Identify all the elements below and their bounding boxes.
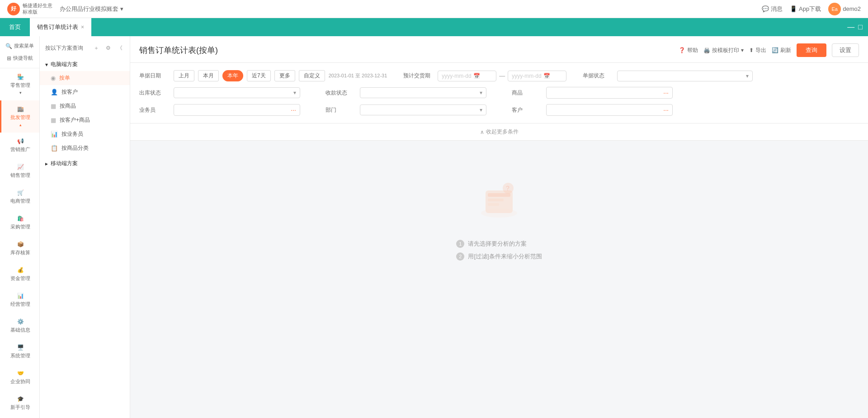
more-date-button[interactable]: 更多 xyxy=(274,70,295,81)
sidebar-item-app-center[interactable]: 📱 应用中心 xyxy=(0,416,39,418)
sidebar-item-ecommerce[interactable]: 🛒 电商管理 xyxy=(0,184,39,210)
tab-sales-order[interactable]: 销售订单统计表 × xyxy=(30,18,91,36)
chevron-down-icon: ▾ xyxy=(746,73,749,79)
sidebar-nav: 🏪 零售管理 ▾ 🏬 批发管理 ▴ 📢 营销推广 📈 销售管理 🛒 电商管理 xyxy=(0,68,39,418)
window-minimize-icon[interactable]: — xyxy=(847,23,854,31)
settings-scheme-button[interactable]: ⚙ xyxy=(104,43,113,52)
message-button[interactable]: 💬 消息 xyxy=(762,5,783,13)
scheme-item-by-product[interactable]: ▦ 按商品 xyxy=(40,99,130,113)
expected-date-to-input[interactable]: yyyy-mm-dd 📅 xyxy=(508,71,566,81)
help-button[interactable]: ❓ 帮助 xyxy=(679,47,698,54)
step-2-number: 2 xyxy=(456,252,464,261)
logo-text: 畅捷通好生意 标准版 xyxy=(23,3,52,14)
product-select[interactable]: ··· xyxy=(546,87,673,99)
calendar-icon: 📅 xyxy=(473,73,480,79)
sidebar-item-operations[interactable]: 📊 经营管理 xyxy=(0,287,39,313)
top-bar-left: 好 畅捷通好生意 标准版 办公用品行业模拟账套 ▾ xyxy=(7,3,127,15)
sidebar-item-basic[interactable]: ⚙️ 基础信息 xyxy=(0,313,39,339)
scheme-item-by-customer[interactable]: 👤 按客户 xyxy=(40,85,130,99)
chevron-down-icon: ▾ xyxy=(741,47,744,53)
collapse-icon: ∧ xyxy=(480,129,484,135)
empty-steps: 1 请先选择要分析的方案 2 用[过滤]条件来缩小分析范围 xyxy=(456,240,542,265)
template-print-button[interactable]: 🖨️ 按模板打印 ▾ xyxy=(703,47,744,54)
order-status-select[interactable]: ▾ xyxy=(617,71,753,81)
last-7-days-button[interactable]: 近7天 xyxy=(247,70,271,81)
current-month-button[interactable]: 本月 xyxy=(198,70,219,81)
export-button[interactable]: ⬆ 导出 xyxy=(749,47,766,54)
filter-row-1: 单据日期 上月 本月 本年 近7天 更多 自定义 2023-01-01 至 20… xyxy=(139,70,859,81)
sidebar-item-finance[interactable]: 💰 资金管理 xyxy=(0,261,39,287)
date-range-text: 2023-01-01 至 2023-12-31 xyxy=(329,72,387,79)
chevron-down-icon: ▾ xyxy=(19,90,22,95)
last-month-button[interactable]: 上月 xyxy=(174,70,194,81)
sidebar-item-newbie[interactable]: 🎓 新手引导 xyxy=(0,390,39,416)
sidebar-item-purchase[interactable]: 🛍️ 采购管理 xyxy=(0,210,39,236)
newbie-icon: 🎓 xyxy=(17,396,24,402)
product-label: 商品 xyxy=(512,89,539,97)
collapse-bar[interactable]: ∧ 收起更多条件 xyxy=(130,124,868,141)
collapse-scheme-button[interactable]: 《 xyxy=(115,43,124,52)
radio-selected-icon: ◉ xyxy=(51,75,56,81)
user-menu[interactable]: Ea demo2 xyxy=(828,3,861,15)
basic-icon: ⚙️ xyxy=(17,318,24,325)
app-selector[interactable]: 办公用品行业模拟账套 ▾ xyxy=(56,5,127,13)
sidebar-item-inventory[interactable]: 📦 库存核算 xyxy=(0,236,39,261)
customer-icon: 👤 xyxy=(51,89,58,95)
retail-icon: 🏪 xyxy=(17,74,24,80)
search-menu-button[interactable]: 🔍 搜索菜单 xyxy=(0,40,39,52)
refresh-button[interactable]: 🔄 刷新 xyxy=(772,47,791,54)
product-icon: ▦ xyxy=(51,103,56,109)
query-button[interactable]: 查询 xyxy=(797,43,826,57)
chevron-down-icon: ▾ xyxy=(293,90,296,96)
tab-home[interactable]: 首页 xyxy=(0,18,30,36)
finance-icon: 💰 xyxy=(17,267,24,273)
content-panel: 按以下方案查询 ＋ ⚙ 《 ▾ 电脑端方案 ◉ 按单 👤 按客户 xyxy=(40,36,868,418)
shortcut-nav-button[interactable]: ⊞ 快捷导航 xyxy=(0,52,39,64)
customer-more-icon[interactable]: ··· xyxy=(663,106,669,114)
add-scheme-button[interactable]: ＋ xyxy=(92,43,101,52)
purchase-icon: 🛍️ xyxy=(17,215,24,222)
sidebar-item-sales[interactable]: 📈 销售管理 xyxy=(0,158,39,184)
top-bar: 好 畅捷通好生意 标准版 办公用品行业模拟账套 ▾ 💬 消息 📱 App下载 E… xyxy=(0,0,868,18)
empty-step-2: 2 用[过滤]条件来缩小分析范围 xyxy=(456,252,542,261)
salesman-select[interactable]: ··· xyxy=(174,104,300,116)
scheme-group-desktop-header[interactable]: ▾ 电脑端方案 xyxy=(40,58,130,71)
salesman-more-icon[interactable]: ··· xyxy=(291,106,296,114)
sidebar-item-enterprise[interactable]: 🤝 企业协同 xyxy=(0,365,39,390)
department-select[interactable]: ▾ xyxy=(360,104,486,115)
sidebar-item-wholesale[interactable]: 🏬 批发管理 ▴ xyxy=(0,100,39,133)
customer-label: 客户 xyxy=(512,106,539,114)
customer-select[interactable]: ··· xyxy=(546,104,673,116)
logo-icon: 好 xyxy=(7,3,20,15)
sidebar-top: 🔍 搜索菜单 ⊞ 快捷导航 xyxy=(0,36,39,68)
export-icon: ⬆ xyxy=(749,47,754,53)
sidebar-item-marketing[interactable]: 📢 营销推广 xyxy=(0,133,39,158)
product-more-icon[interactable]: ··· xyxy=(663,89,669,96)
scheme-group-mobile-header[interactable]: ▸ 移动端方案 xyxy=(40,157,130,170)
sidebar-item-system[interactable]: 🖥️ 系统管理 xyxy=(0,339,39,365)
chevron-down-icon: ▾ xyxy=(45,62,48,68)
custom-date-button[interactable]: 自定义 xyxy=(299,70,325,81)
scheme-item-by-category[interactable]: 📋 按商品分类 xyxy=(40,141,130,155)
category-icon: 📋 xyxy=(51,145,58,152)
scheme-header-actions: ＋ ⚙ 《 xyxy=(92,43,124,52)
settings-button[interactable]: 设置 xyxy=(832,43,859,57)
ship-status-select[interactable]: ▾ xyxy=(174,87,300,98)
sidebar: 🔍 搜索菜单 ⊞ 快捷导航 🏪 零售管理 ▾ 🏬 批发管理 ▴ 📢 营销推广 xyxy=(0,36,40,418)
expected-date-from-input[interactable]: yyyy-mm-dd 📅 xyxy=(438,71,496,81)
app-download-button[interactable]: 📱 App下载 xyxy=(790,5,821,13)
scheme-item-by-order[interactable]: ◉ 按单 xyxy=(40,71,130,85)
window-maximize-icon[interactable]: □ xyxy=(858,23,863,31)
current-year-button[interactable]: 本年 xyxy=(222,70,243,81)
sidebar-item-retail[interactable]: 🏪 零售管理 ▾ xyxy=(0,68,39,100)
svg-rect-3 xyxy=(488,199,504,201)
page-actions: ❓ 帮助 🖨️ 按模板打印 ▾ ⬆ 导出 🔄 刷新 xyxy=(679,43,859,57)
page-header: 销售订单统计表(按单) ❓ 帮助 🖨️ 按模板打印 ▾ ⬆ 导出 xyxy=(130,36,868,63)
sales-icon: 📈 xyxy=(17,164,24,170)
filter-row-2: 出库状态 ▾ 收款状态 ▾ 商品 ··· xyxy=(139,87,859,99)
print-icon: 🖨️ xyxy=(703,47,710,53)
receipt-status-select[interactable]: ▾ xyxy=(360,87,486,98)
scheme-item-by-customer-product[interactable]: ▦ 按客户+商品 xyxy=(40,113,130,127)
scheme-item-by-salesman[interactable]: 📊 按业务员 xyxy=(40,127,130,141)
tab-close-button[interactable]: × xyxy=(81,24,84,30)
